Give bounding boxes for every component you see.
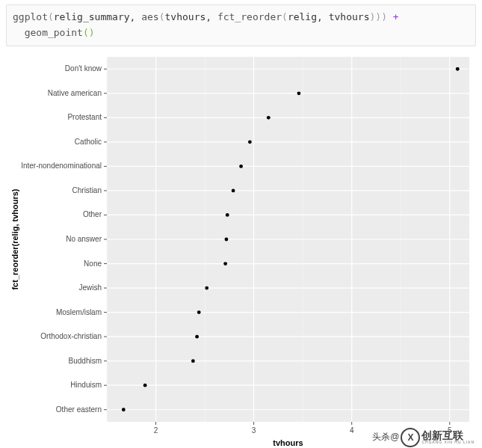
x-axis-title: tvhours	[273, 438, 303, 447]
x-tick-label: 2	[154, 426, 158, 435]
y-tick-label: Hinduism	[70, 381, 102, 389]
data-point	[456, 67, 460, 70]
code-line-1: ggplot(relig_summary, aes(tvhours, fct_r…	[13, 11, 399, 22]
y-tick-label: Other	[83, 210, 102, 218]
y-tick-label: None	[84, 259, 102, 267]
y-tick-label: Other eastern	[56, 405, 102, 413]
data-point	[248, 140, 252, 144]
data-point	[191, 359, 195, 363]
y-tick-label: Buddhism	[69, 356, 102, 364]
y-tick-label: Orthodox-christian	[40, 332, 102, 340]
data-point	[232, 188, 235, 192]
code-line-2: geom_point()	[25, 27, 95, 38]
x-tick-label: 4	[350, 426, 354, 435]
data-point	[226, 213, 229, 217]
x-tick-label: 3	[252, 426, 256, 435]
y-tick-label: Moslem/islam	[56, 307, 102, 316]
data-point	[225, 237, 229, 241]
y-tick-label: Christian	[72, 186, 102, 194]
data-point	[297, 91, 301, 95]
data-point	[223, 262, 227, 266]
watermark-logo-icon: X	[401, 428, 420, 447]
y-tick-label: Jewish	[78, 283, 102, 292]
y-tick-label: Catholic	[75, 137, 102, 145]
data-point	[239, 165, 243, 168]
data-point	[143, 383, 147, 387]
y-tick-label: Protestant	[67, 113, 102, 121]
data-point	[267, 116, 271, 120]
data-point	[122, 408, 126, 411]
y-tick-label: Don't know	[65, 64, 102, 73]
code-block: ggplot(relig_summary, aes(tvhours, fct_r…	[6, 4, 476, 46]
watermark: 头杀@X创新互联CHUANG XIN HU LIAN	[372, 428, 475, 447]
data-point	[195, 334, 199, 338]
y-tick-label: Inter-nondenominational	[21, 162, 102, 170]
data-point	[205, 286, 208, 289]
data-point	[197, 310, 201, 314]
ggplot-dotplot: 2345Other easternHinduismBuddhismOrthodo…	[6, 49, 476, 448]
chart: 2345Other easternHinduismBuddhismOrthodo…	[6, 49, 476, 448]
y-tick-label: Native american	[48, 88, 102, 96]
y-axis-title: fct_reorder(relig, tvhours)	[10, 188, 19, 289]
y-tick-label: No answer	[66, 235, 102, 243]
